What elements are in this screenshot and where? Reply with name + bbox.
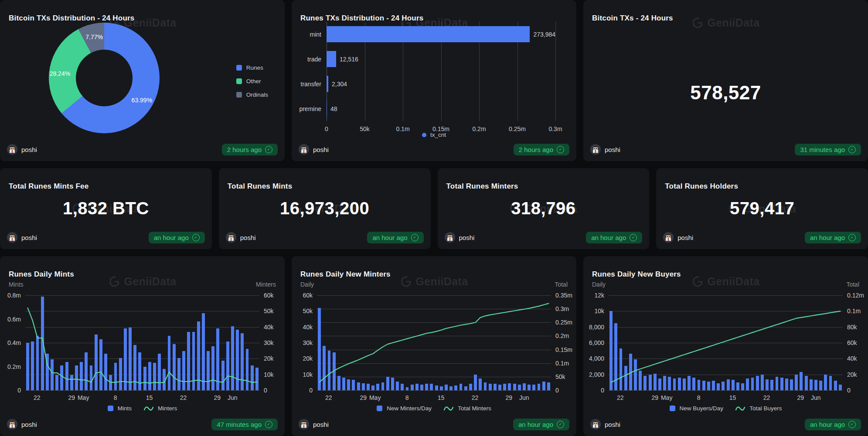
card-title: Total Runes Mints Fee xyxy=(9,182,89,191)
left-axis-tick: 0.8m xyxy=(7,292,21,299)
author-link[interactable]: poshi xyxy=(663,232,693,243)
chart-legend: New Minters/Day Total Minters xyxy=(292,405,576,412)
author-link[interactable]: poshi xyxy=(299,144,329,155)
card-footer: poshi an hour ago✓ xyxy=(438,228,650,247)
updated-badge[interactable]: 31 minutes ago✓ xyxy=(795,144,861,155)
author-name: poshi xyxy=(313,146,329,153)
card-title: Runes Daily New Buyers xyxy=(592,270,681,279)
bar-value-label: 2,304 xyxy=(332,81,347,88)
axis-names: Mints Minters xyxy=(9,281,276,288)
check-icon: ✓ xyxy=(557,421,564,428)
ordinals-swatch xyxy=(236,92,242,98)
bar-value-label: 12,516 xyxy=(340,56,358,63)
daily-mints-plot[interactable]: 60k50k40k30k20k10k00.8m0.6m0.4m0.2m02229… xyxy=(25,295,259,391)
right-axis-tick: 0 xyxy=(555,387,559,394)
author-name: poshi xyxy=(240,234,256,241)
gridline xyxy=(609,390,843,391)
check-icon: ✓ xyxy=(411,234,419,241)
left-axis-tick: 12k xyxy=(594,292,604,299)
right-axis-tick: 10k xyxy=(264,371,274,378)
card-bitcoin-txs: Bitcoin TXs - 24 Hours GeniiData 578,527… xyxy=(583,0,868,161)
author-link[interactable]: poshi xyxy=(590,144,620,155)
card-runes-daily-new-minters: Runes Daily New Minters GeniiData Daily … xyxy=(292,256,576,436)
legend-item-mints[interactable]: Mints xyxy=(108,405,132,412)
legend-item-new-minters[interactable]: New Minters/Day xyxy=(377,405,432,412)
left-axis-tick: 0.2m xyxy=(7,363,21,370)
card-title: Runes Daily New Minters xyxy=(300,270,391,279)
check-icon: ✓ xyxy=(848,234,856,241)
right-axis-tick: 60k xyxy=(264,292,274,299)
updated-badge[interactable]: an hour ago✓ xyxy=(513,419,569,430)
updated-badge[interactable]: 2 hours ago✓ xyxy=(222,144,278,155)
x-tick-label: 22 xyxy=(763,394,770,401)
right-axis-tick: 60k xyxy=(847,339,857,346)
right-axis-tick: 40k xyxy=(847,355,857,362)
bar-value-label: 273,984 xyxy=(533,31,555,38)
chart-legend: New Buyers/Day Total Buyers xyxy=(583,405,868,412)
updated-badge[interactable]: an hour ago✓ xyxy=(149,232,205,243)
author-link[interactable]: poshi xyxy=(590,419,620,429)
author-link[interactable]: poshi xyxy=(226,232,256,243)
card-footer: poshi an hour ago✓ xyxy=(292,415,576,433)
geniidata-logo-icon xyxy=(691,17,703,29)
card-footer: poshi an hour ago✓ xyxy=(583,415,868,433)
daily-new-buyers-plot[interactable]: 0.12m0.1m80k60k40k20k012k10k8,0006,0004,… xyxy=(609,295,843,391)
updated-badge[interactable]: 2 hours ago✓ xyxy=(514,144,569,155)
line-path xyxy=(28,308,257,383)
total-runes-minters-value: 318,796 xyxy=(438,199,650,218)
author-link[interactable]: poshi xyxy=(445,232,475,243)
tx-type-bar-chart[interactable]: 050k0.1m0.15m0.2m0.25m0.3mmint273,984tra… xyxy=(327,22,555,121)
category-label: premine xyxy=(299,105,321,112)
author-link[interactable]: poshi xyxy=(7,144,37,155)
check-icon: ✓ xyxy=(848,146,856,153)
author-name: poshi xyxy=(605,146,620,153)
updated-badge[interactable]: an hour ago✓ xyxy=(805,232,861,243)
legend-item-total-minters[interactable]: Total Minters xyxy=(444,405,491,412)
bar-premine xyxy=(327,101,327,117)
left-axis-tick: 10k xyxy=(594,308,604,314)
updated-badge[interactable]: 47 minutes ago✓ xyxy=(211,419,278,430)
author-link[interactable]: poshi xyxy=(7,232,37,243)
author-name: poshi xyxy=(459,234,475,241)
author-link[interactable]: poshi xyxy=(299,419,329,429)
card-footer: poshi an hour ago✓ xyxy=(219,228,431,247)
poshi-avatar xyxy=(7,419,17,429)
right-axis-tick: 0.15m xyxy=(555,346,572,353)
legend-item-new-buyers[interactable]: New Buyers/Day xyxy=(670,405,724,412)
legend-item-minters[interactable]: Minters xyxy=(144,405,177,412)
other-swatch xyxy=(236,78,242,84)
check-icon: ✓ xyxy=(630,234,637,241)
author-link[interactable]: poshi xyxy=(7,419,37,429)
left-axis-tick: 60k xyxy=(303,292,313,299)
donut-chart[interactable]: 63.99% 28.24% 7.77% xyxy=(49,23,160,133)
tx-cnt-marker xyxy=(422,133,426,137)
bar-row-transfer: transfer2,304 xyxy=(327,71,555,96)
poshi-avatar xyxy=(445,232,455,243)
x-tick-label: Jun xyxy=(228,394,238,401)
legend-item-total-buyers[interactable]: Total Buyers xyxy=(735,405,782,412)
updated-badge[interactable]: an hour ago✓ xyxy=(367,232,423,243)
left-axis-tick: 0 xyxy=(309,387,313,394)
left-axis-tick: 30k xyxy=(303,339,313,346)
poshi-avatar xyxy=(299,144,309,155)
right-axis-tick: 50k xyxy=(555,373,565,380)
chart-legend: Mints Minters xyxy=(0,405,285,412)
updated-badge[interactable]: an hour ago✓ xyxy=(586,232,642,243)
x-tick-label: May xyxy=(78,394,89,401)
legend-item-ordinals[interactable]: Ordinals xyxy=(236,91,268,98)
poshi-avatar xyxy=(590,419,601,429)
card-runes-txs-distribution: Runes TXs Distribution - 24 Hours GeniiD… xyxy=(292,0,576,161)
legend-item-runes[interactable]: Runes xyxy=(236,64,268,71)
x-tick-label: 29 xyxy=(797,394,804,401)
right-axis-tick: 0 xyxy=(847,387,851,394)
donut-label-other: 28.24% xyxy=(50,70,70,77)
daily-new-minters-plot[interactable]: 0.35m0.3m0.25m0.2m0.15m0.1m50k060k50k40k… xyxy=(317,295,551,391)
updated-badge[interactable]: an hour ago✓ xyxy=(805,419,861,430)
x-tick-label: 8 xyxy=(114,394,117,401)
x-tick-label: 15 xyxy=(438,394,445,401)
card-bitcoin-txs-distribution: Bitcoin TXs Distribution - 24 Hours Geni… xyxy=(0,0,285,161)
legend-item-other[interactable]: Other xyxy=(236,78,268,84)
left-axis-tick: 20k xyxy=(303,355,313,362)
tx-cnt-legend[interactable]: tx_cnt xyxy=(292,132,576,138)
check-icon: ✓ xyxy=(265,146,272,153)
